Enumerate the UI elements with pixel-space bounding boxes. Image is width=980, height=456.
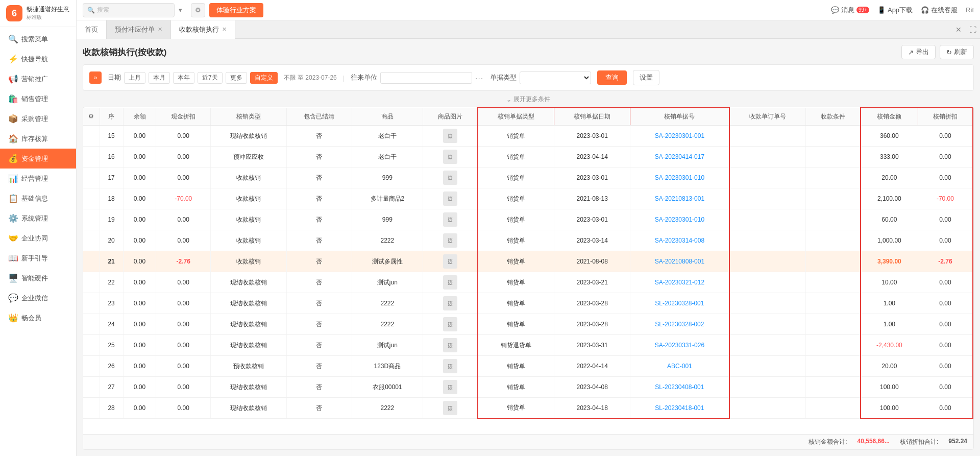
sidebar-item-hardware[interactable]: 🖥️ 智能硬件 [0,268,76,288]
service-label: 在线客服 [931,6,958,15]
app-download-btn[interactable]: 📱 App下载 [877,6,913,15]
export-btn[interactable]: ↗ 导出 [901,45,936,59]
sidebar-item-label-marketing: 营销推广 [21,75,48,84]
date-last-month-btn[interactable]: 上月 [124,72,145,84]
cell-cancel-amount: 20.00 [861,356,918,377]
cell-goods-img: 🖼 [423,126,478,147]
tab-bar: 首页 预付冲应付单 ✕ 收款核销执行 ✕ ✕ ⛶ [77,20,980,39]
filter-settings-btn[interactable]: 设置 [633,70,659,85]
sidebar-item-member[interactable]: 👑 畅会员 [0,308,76,328]
cell-receipt-condition [805,314,861,335]
msg-btn[interactable]: 💬 消息 99+ [831,6,869,15]
cell-balance: 0.00 [123,398,156,419]
top-search-box[interactable]: 🔍 搜索 [83,3,175,17]
tab-prepaid-close[interactable]: ✕ [158,26,162,33]
cell-goods: 2222 [352,398,423,419]
partner-input[interactable] [380,72,472,84]
tab-prepaid[interactable]: 预付冲应付单 ✕ [107,20,171,39]
cell-include-settled: 否 [286,398,352,419]
sidebar-item-purchase[interactable]: 📦 采购管理 [0,109,76,129]
query-btn[interactable]: 查询 [597,70,627,85]
sidebar-item-enterprise[interactable]: 🤝 企业协同 [0,228,76,248]
cell-receipt-order-no [729,335,806,356]
date-more-btn[interactable]: 更多 [226,72,247,84]
sidebar-item-wechat[interactable]: 💬 企业微信 [0,288,76,308]
cell-cash-discount: 0.00 [156,293,211,314]
tab-home[interactable]: 首页 [77,20,107,39]
cell-settings [83,147,100,167]
cell-cancel-voucher-type: 销货单 [478,272,554,293]
cell-goods: 999 [352,167,423,188]
settings-icon[interactable]: ⚙ [191,3,205,17]
cell-settings [83,398,100,419]
cell-receipt-condition [805,293,861,314]
table-wrap[interactable]: ⚙ 序 余额 现金折扣 核销类型 包含已结清 商品 商品图片 核销单据类型 核销… [83,107,973,434]
cell-cancel-no: SA-20230301-010 [630,167,729,188]
date-7days-btn[interactable]: 近7天 [198,72,223,84]
service-btn[interactable]: 🎧 在线客服 [921,6,958,15]
cell-cancel-discount: 0.00 [918,398,973,419]
col-cancel-date-header: 核销单据日期 [554,108,630,126]
date-filter-group: 日期 上月 本月 本年 近7天 更多 自定义 [108,72,278,84]
main-area: 🔍 搜索 ▾ ⚙ 体验行业方案 💬 消息 99+ 📱 App下载 🎧 在线客服 … [77,0,980,456]
cell-seq: 26 [100,356,123,377]
tab-collection[interactable]: 收款核销执行 ✕ [171,20,235,39]
date-custom-btn[interactable]: 自定义 [250,72,278,84]
window-close-btn[interactable]: ✕ [951,22,966,37]
table-footer: 核销金额合计: 40,556,66... 核销折扣合计: 952.24 [83,434,973,449]
window-maximize-btn[interactable]: ⛶ [966,22,980,37]
total-discount-label: 核销折扣合计: [900,438,938,446]
sidebar-item-sales[interactable]: 🛍️ 销售管理 [0,89,76,109]
sidebar-item-marketing[interactable]: 📢 营销推广 [0,69,76,89]
sidebar-item-basics[interactable]: 📋 基础信息 [0,188,76,208]
cell-receipt-condition [805,356,861,377]
cell-goods: 999 [352,209,423,230]
cell-include-settled: 否 [286,293,352,314]
expand-more-btn[interactable]: ⌄ 展开更多条件 [506,95,550,104]
sidebar-item-label-guide: 新手引导 [21,254,48,263]
cell-goods: 2222 [352,293,423,314]
sidebar-item-search[interactable]: 🔍 搜索菜单 [0,29,76,49]
table-row: 26 0.00 0.00 预收款核销 否 123D商品 🖼 销货单 2022-0… [83,356,973,377]
cell-cancel-voucher-type: 销货单 [478,356,554,377]
cell-cancel-amount: 2,100.00 [861,188,918,209]
cell-goods-img: 🖼 [423,356,478,377]
cell-goods: 测试jun [352,335,423,356]
cell-receipt-condition [805,209,861,230]
refresh-btn[interactable]: ↻ 刷新 [940,45,974,59]
cell-cancel-date: 2021-08-08 [554,251,630,272]
cell-receipt-order-no [729,209,806,230]
inventory-icon: 🏠 [8,134,17,143]
date-this-year-btn[interactable]: 本年 [173,72,194,84]
sidebar-item-inventory[interactable]: 🏠 库存核算 [0,129,76,149]
sidebar-item-finance[interactable]: 💰 资金管理 [0,149,76,169]
filter-toggle-btn[interactable]: » [89,71,102,84]
table-row: 17 0.00 0.00 收款核销 否 999 🖼 销货单 2023-03-01… [83,167,973,188]
tab-prepaid-label: 预付冲应付单 [115,25,155,34]
service-icon: 🎧 [921,6,929,14]
date-this-month-btn[interactable]: 本月 [149,72,170,84]
cell-goods: 测试多属性 [352,251,423,272]
voucher-type-filter-group: 单据类型 [490,71,591,84]
user-account[interactable]: Rit [966,6,974,14]
sidebar-item-guide[interactable]: 📖 新手引导 [0,248,76,268]
industry-btn[interactable]: 体验行业方案 [209,3,263,17]
cell-cancel-amount: 1,000.00 [861,230,918,251]
cell-cancel-amount: 1.00 [861,293,918,314]
sidebar-item-quick-nav[interactable]: ⚡ 快捷导航 [0,49,76,69]
msg-label: 消息 [841,6,854,15]
sidebar-item-system[interactable]: ⚙️ 系统管理 [0,208,76,228]
tab-collection-close[interactable]: ✕ [222,26,227,33]
cell-cash-discount: -70.00 [156,188,211,209]
cell-receipt-order-no [729,314,806,335]
partner-dots[interactable]: ··· [475,74,484,82]
dropdown-icon[interactable]: ▾ [179,6,187,14]
cell-settings [83,209,100,230]
col-settings-header[interactable]: ⚙ [83,108,100,126]
table-row: 28 0.00 0.00 现结收款核销 否 2222 🖼 销货单 2023-04… [83,398,973,419]
sidebar-item-operation[interactable]: 📊 经营管理 [0,169,76,188]
voucher-type-select[interactable] [520,71,591,84]
cell-balance: 0.00 [123,356,156,377]
data-table-container: ⚙ 序 余额 现金折扣 核销类型 包含已结清 商品 商品图片 核销单据类型 核销… [83,107,974,450]
sidebar-item-label-system: 系统管理 [21,214,48,223]
